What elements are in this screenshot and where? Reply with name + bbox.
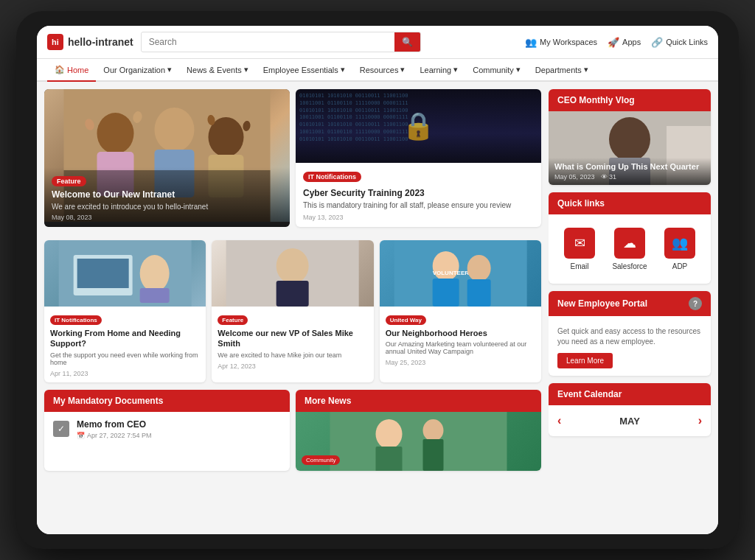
ceo-vlog-image[interactable]: What is Coming Up This Next Quarter May … [549,111,711,185]
calendar-icon: 📅 [77,432,85,439]
new-employee-header-title: New Employee Portal [557,298,647,309]
mandatory-docs-header: My Mandatory Documents [44,390,290,412]
featured-card-title: Welcome to Our New Intranet [52,189,282,201]
quick-links-grid: ✉ Email ☁ Salesforce 👥 ADP [549,214,711,284]
svg-point-25 [467,255,490,281]
doc-item[interactable]: ✓ Memo from CEO 📅 Apr 27, 2022 7:54 PM [53,419,281,439]
calendar-month: ‹ MAY › [557,411,702,430]
nav-community[interactable]: Community ▾ [465,59,528,80]
svg-point-22 [432,251,459,281]
salesforce-icon: ☁ [614,228,645,259]
nav-news[interactable]: News & Events ▾ [179,59,256,80]
my-workspaces-button[interactable]: 👥 My Workspaces [525,37,597,48]
nav-departments[interactable]: Departments ▾ [528,59,596,80]
quick-links-section: Quick links ✉ Email ☁ Salesforce 👥 ADP [549,192,711,284]
search-input[interactable] [142,33,394,51]
svg-rect-23 [432,279,459,307]
logo[interactable]: hi hello-intranet [47,34,133,50]
navbar: 🏠 Home Our Organization ▾ News & Events … [37,59,718,82]
volunteers-card-body: United Way Our Neighborhood Heroes Our A… [380,307,541,371]
ceo-vlog-header: CEO Monthly Vlog [549,89,711,111]
svg-rect-29 [376,447,403,471]
featured-badge: Feature [52,176,86,186]
more-news-image: Community [296,412,541,471]
learn-more-button[interactable]: Learn More [557,353,613,368]
featured-card-desc: We are excited to introduce you to hello… [52,203,282,211]
chevron-down-icon: ▾ [453,65,458,74]
svg-point-33 [609,117,650,161]
quick-links-header: Quick links [549,192,711,214]
volunteers-card-date: May 25, 2023 [386,359,535,366]
wfh-card-body: IT Notifications Working From Home and N… [44,307,206,382]
logo-icon: hi [47,34,63,50]
chevron-down-icon: ▾ [244,65,248,74]
new-employee-desc: Get quick and easy access to the resourc… [557,326,702,347]
mandatory-docs: My Mandatory Documents ✓ Memo from CEO 📅… [44,390,290,471]
svg-text:VOLUNTEER: VOLUNTEER [432,270,469,276]
lock-icon: 🔒 [402,111,435,141]
nav-organization[interactable]: Our Organization ▾ [96,59,179,80]
wfh-card[interactable]: IT Notifications Working From Home and N… [44,240,206,382]
calendar-prev-button[interactable]: ‹ [557,414,561,427]
wfh-card-title: Working From Home and Needing Support? [50,328,200,349]
chevron-down-icon: ▾ [167,65,172,74]
mike-badge: Feature [218,315,248,325]
svg-point-3 [155,108,195,152]
volunteers-card[interactable]: VOLUNTEER United Way Our Neighborhood He… [380,240,541,382]
quick-link-adp[interactable]: 👥 ADP [655,222,705,276]
home-icon: 🏠 [55,65,65,74]
volunteers-card-title: Our Neighborhood Heroes [386,328,535,338]
doc-date: 📅 Apr 27, 2022 7:54 PM [77,432,152,439]
quick-links-icon: 🔗 [651,37,663,48]
mike-card-desc: We are excited to have Mike join our tea… [218,351,367,359]
svg-rect-16 [140,288,170,303]
chevron-down-icon: ▾ [400,65,405,74]
event-calendar-header: Event Calendar [549,383,711,405]
topbar-actions: 👥 My Workspaces 🚀 Apps 🔗 Quick Links [525,37,708,48]
calendar-next-button[interactable]: › [698,414,702,427]
event-calendar-body: ‹ MAY › [549,405,711,436]
quick-link-salesforce[interactable]: ☁ Salesforce [605,222,655,276]
ceo-vlog-meta: May 05, 2023 👁 31 [554,173,705,181]
doc-info: Memo from CEO 📅 Apr 27, 2022 7:54 PM [77,419,152,439]
mike-card-body: Feature Welcome our new VP of Sales Mike… [212,307,373,375]
sidebar: CEO Monthly Vlog What is Coming Up This … [549,82,718,534]
it-badge: IT Notifications [303,172,361,182]
svg-point-30 [423,419,444,441]
chevron-down-icon: ▾ [516,65,521,74]
doc-checkbox-icon: ✓ [53,421,69,437]
nav-essentials[interactable]: Employee Essentials ▾ [256,59,352,80]
adp-label: ADP [672,262,688,270]
mandatory-docs-content: ✓ Memo from CEO 📅 Apr 27, 2022 7:54 PM [44,412,290,447]
more-news: More News Community [296,390,541,471]
help-icon[interactable]: ? [689,297,702,310]
svg-rect-14 [77,259,129,288]
quick-links-button[interactable]: 🔗 Quick Links [651,37,708,48]
cyber-card[interactable]: 01010101 10101010 00110011 11001100 1001… [296,89,541,227]
mike-card-date: Apr 12, 2023 [218,363,367,370]
ceo-vlog-title: What is Coming Up This Next Quarter [554,162,705,171]
volunteers-card-desc: Our Amazing Marketing team volunteered a… [386,340,535,355]
content-area: Feature Welcome to Our New Intranet We a… [37,82,549,534]
svg-rect-20 [226,240,359,307]
nav-home[interactable]: 🏠 Home [47,59,96,82]
cyber-card-desc: This is mandatory training for all staff… [303,201,534,209]
quick-link-email[interactable]: ✉ Email [554,222,605,276]
search-button[interactable]: 🔍 [394,32,420,52]
ceo-overlay: What is Coming Up This Next Quarter May … [549,158,711,185]
featured-card[interactable]: Feature Welcome to Our New Intranet We a… [44,89,290,227]
svg-point-15 [140,255,170,292]
wfh-card-image [44,240,206,307]
workspaces-icon: 👥 [525,37,537,48]
chevron-down-icon: ▾ [341,65,345,74]
nav-resources[interactable]: Resources ▾ [352,59,413,80]
mike-card[interactable]: Feature Welcome our new VP of Sales Mike… [212,240,373,382]
apps-button[interactable]: 🚀 Apps [608,37,641,48]
bottom-section: My Mandatory Documents ✓ Memo from CEO 📅… [44,390,541,471]
cyber-card-image: 01010101 10101010 00110011 11001100 1001… [296,89,541,163]
featured-card-overlay: Feature Welcome to Our New Intranet We a… [44,167,290,227]
cyber-card-date: May 13, 2023 [303,214,534,221]
main-content: Feature Welcome to Our New Intranet We a… [37,82,718,534]
svg-rect-27 [330,412,507,471]
nav-learning[interactable]: Learning ▾ [412,59,465,80]
